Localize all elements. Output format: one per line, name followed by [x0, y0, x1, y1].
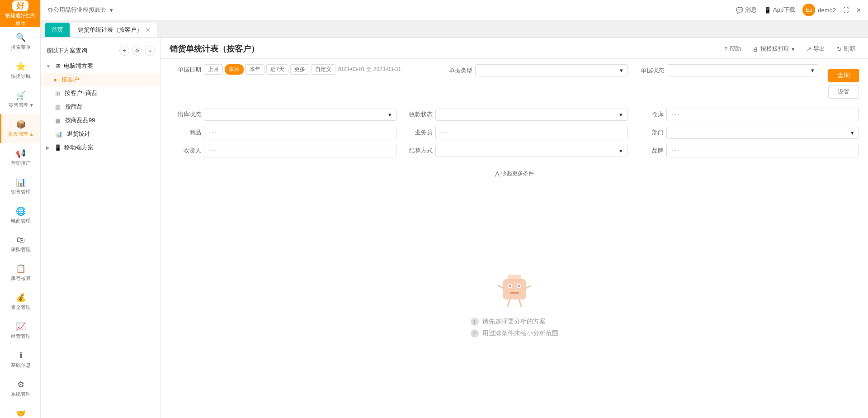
user-profile[interactable]: Ea demo2 — [802, 4, 836, 16]
sidebar-item-enterprise[interactable]: 🤝 企业协同 — [0, 403, 40, 418]
topbar-left: 办公用品行业模拟账套 ▾ — [47, 6, 113, 14]
more-btn[interactable]: 更多 — [290, 64, 309, 75]
tree-item-by-goods-99[interactable]: ▦ 按商品品99 — [41, 114, 160, 127]
system-icon: ⚙ — [17, 380, 24, 390]
out-status-select[interactable]: ▾ — [204, 109, 396, 121]
help-btn[interactable]: ? 帮助 — [721, 43, 745, 55]
doc-status-select[interactable]: ▾ — [667, 64, 819, 76]
goods-label: 商品 — [170, 128, 201, 137]
settings-scheme-btn[interactable]: ⚙ — [132, 46, 142, 56]
warehouse-dots: ··· — [671, 110, 680, 119]
sales-stat-tab-label: 销货单统计表（按客户） — [78, 26, 142, 34]
chart-icon: 📊 — [55, 131, 62, 138]
tree-item-by-goods[interactable]: ▦ 按商品 — [41, 100, 160, 114]
action-buttons: 查询 设置 — [824, 64, 859, 103]
main-content: 办公用品行业模拟账套 ▾ 💬 消息 📱 App下载 Ea demo2 ⛶ ✕ 首… — [41, 0, 868, 418]
last-month-btn[interactable]: 上月 — [204, 64, 223, 75]
search-icon: 🔍 — [16, 33, 26, 43]
print-btn[interactable]: 🖨 按模板打印 ▾ — [749, 43, 798, 55]
collapse-more-btn[interactable]: ⋀ 收起更多条件 — [490, 168, 539, 179]
message-icon: 💬 — [736, 7, 743, 14]
date-label: 单据日期 — [170, 66, 201, 74]
sidebar-item-retail[interactable]: 🛒 零售管理 ▾ — [0, 85, 40, 114]
logo-text: 畅捷通好生意 — [5, 12, 35, 19]
topbar-dropdown-icon[interactable]: ▾ — [110, 7, 113, 14]
tab-sales-stat[interactable]: 销货单统计表（按客户） ✕ — [71, 23, 157, 37]
goods-select[interactable]: ··· — [204, 126, 396, 139]
empty-hints: 1 请先选择要分析的方案 2 用过滤条件来缩小分析范围 — [471, 318, 558, 337]
star-icon: ⭐ — [16, 62, 26, 71]
salesperson-label: 业务员 — [401, 128, 433, 137]
svg-line-7 — [499, 286, 503, 288]
export-icon: ↗ — [807, 46, 811, 52]
refresh-icon: ↻ — [837, 46, 842, 52]
home-tab-label: 首页 — [52, 26, 63, 34]
tree-item-by-customer-goods[interactable]: ⊞ 按客户+商品 — [41, 86, 160, 100]
payment-status-select[interactable]: ▾ — [435, 109, 628, 121]
by-goods-99-label: 按商品品99 — [65, 116, 95, 124]
brand-select[interactable]: ··· — [666, 144, 859, 157]
export-label: 导出 — [813, 45, 825, 53]
table-icon: ▦ — [55, 104, 61, 110]
this-year-btn[interactable]: 本年 — [245, 64, 264, 75]
department-select[interactable]: ▾ — [666, 127, 859, 139]
settings-btn[interactable]: 设置 — [828, 85, 859, 99]
message-btn[interactable]: 💬 消息 — [736, 6, 757, 14]
help-icon: ? — [724, 46, 727, 52]
payment-status-chevron: ▾ — [619, 111, 623, 118]
tree-item-desktop[interactable]: ▼ 🖥 电脑端方案 — [41, 59, 160, 73]
sidebar-item-purchase[interactable]: 🛍 采购管理 — [0, 230, 40, 258]
sidebar-item-ecommerce[interactable]: 🌐 电商管理 — [0, 201, 40, 230]
sidebar-item-operations[interactable]: 📈 经营管理 — [0, 316, 40, 345]
sidebar-item-sales[interactable]: 📊 销售管理 — [0, 172, 40, 201]
page-header: 销货单统计表（按客户） ? 帮助 🖨 按模板打印 ▾ ↗ 导出 — [160, 38, 868, 59]
receiver-dots: ··· — [209, 147, 217, 155]
left-panel-header: 按以下方案查询 + ⚙ « — [41, 42, 160, 59]
app-logo: 好 畅捷通好生意 标版 — [0, 0, 40, 27]
tree-item-mobile[interactable]: ▶ 📱 移动端方案 — [41, 141, 160, 154]
warehouse-label: 仓库 — [632, 110, 664, 119]
close-btn[interactable]: ✕ — [856, 7, 861, 14]
sidebar-item-inventory[interactable]: 📋 库存核算 — [0, 258, 40, 287]
sidebar-item-system[interactable]: ⚙ 系统管理 — [0, 374, 40, 403]
tree-item-return-stat[interactable]: 📊 退货统计 — [41, 127, 160, 141]
mobile-folder-icon: 📱 — [54, 144, 61, 151]
refresh-btn[interactable]: ↻ 刷新 — [833, 43, 859, 55]
filter-area: 单据日期 上月 本月 本年 近7天 更多 自定义 2023-03-01 至 20… — [160, 59, 868, 165]
sidebar-item-basic[interactable]: ℹ 基础信息 — [0, 345, 40, 374]
sidebar-item-wholesale[interactable]: 📦 批发管理 ▴ — [0, 114, 40, 143]
settlement-select[interactable]: ▾ — [435, 145, 628, 157]
tab-close-icon[interactable]: ✕ — [145, 26, 151, 33]
right-panel: 销货单统计表（按客户） ? 帮助 🖨 按模板打印 ▾ ↗ 导出 — [160, 38, 868, 418]
help-label: 帮助 — [729, 45, 741, 53]
refresh-label: 刷新 — [844, 45, 855, 53]
empty-illustration — [492, 263, 537, 309]
username: demo2 — [818, 7, 836, 14]
payment-status-label: 收款状态 — [401, 110, 433, 119]
hint1-text: 请先选择要分析的方案 — [482, 318, 546, 326]
salesperson-select[interactable]: ··· — [435, 126, 628, 139]
app-download-btn[interactable]: 📱 App下载 — [764, 6, 795, 14]
tab-home[interactable]: 首页 — [45, 23, 70, 37]
export-btn[interactable]: ↗ 导出 — [803, 43, 829, 55]
sidebar-item-marketing[interactable]: 📢 营销推广 — [0, 143, 40, 172]
hint2-text: 用过滤条件来缩小分析范围 — [482, 329, 558, 337]
collapse-bar: ⋀ 收起更多条件 — [160, 165, 868, 182]
maximize-btn[interactable]: ⛶ — [843, 7, 849, 14]
collapse-panel-btn[interactable]: « — [145, 46, 155, 56]
sidebar-item-finance[interactable]: 💰 资金管理 — [0, 287, 40, 316]
warehouse-select[interactable]: ··· — [666, 108, 859, 121]
receiver-select[interactable]: ··· — [204, 144, 396, 157]
add-scheme-btn[interactable]: + — [119, 46, 129, 56]
settlement-label: 结算方式 — [401, 147, 433, 155]
doc-type-select[interactable]: ▾ — [475, 64, 627, 76]
tree-item-by-customer[interactable]: ● 按客户 — [41, 73, 160, 86]
this-month-btn[interactable]: 本月 — [225, 64, 244, 75]
query-btn[interactable]: 查询 — [828, 69, 859, 82]
svg-point-5 — [518, 285, 520, 287]
return-stat-label: 退货统计 — [67, 130, 90, 138]
custom-btn[interactable]: 自定义 — [311, 64, 335, 75]
sidebar-item-search[interactable]: 🔍 搜索菜单 — [0, 27, 40, 56]
sidebar-item-quick-nav[interactable]: ⭐ 快捷导航 — [0, 56, 40, 85]
last-7-days-btn[interactable]: 近7天 — [266, 64, 288, 75]
